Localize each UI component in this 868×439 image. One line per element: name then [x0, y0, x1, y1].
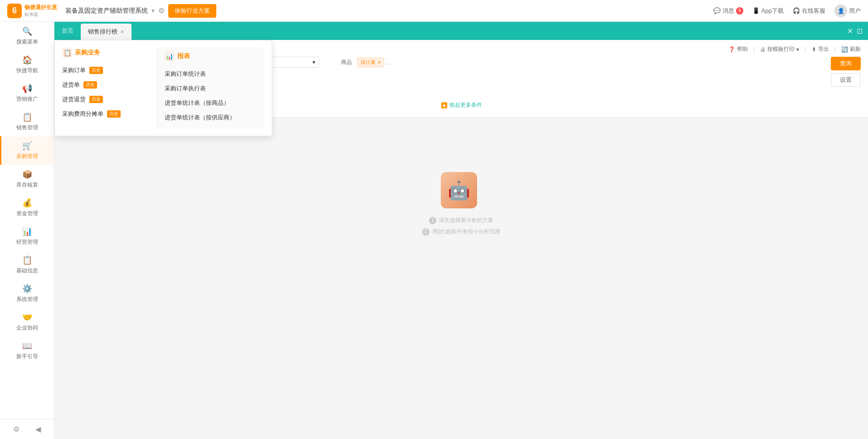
dropdown-col-reports-header: 📊 报表: [165, 51, 259, 61]
export-icon: ⬆: [812, 46, 816, 53]
export-btn[interactable]: ⬆ 导出: [812, 45, 829, 53]
handshake-icon: 🤝: [22, 312, 32, 322]
sidebar-item-purchase-mgmt[interactable]: 🛒 采购管理: [0, 136, 54, 165]
dropdown-arrow-icon[interactable]: ▾: [151, 7, 155, 14]
tab-close-window-icon[interactable]: ✕: [847, 27, 853, 35]
dropdown-col-reports: 📊 报表 采购订单统计表 采购订单执行表 进货单统计表（按商品） 进货单统计表（…: [157, 48, 265, 128]
help-icon: ❓: [728, 46, 735, 53]
empty-robot-icon: 🤖: [441, 172, 477, 208]
notification-badge: 9: [736, 7, 743, 15]
print-icon: 🖨: [760, 46, 766, 53]
query-button[interactable]: 查询: [831, 57, 861, 70]
money-icon: 💰: [22, 198, 32, 208]
dropdown-col-purchase: 📋 采购业务 采购订单 历史 进货单 历史 进货退货 历史 采购费用分摊单 历史: [62, 48, 157, 128]
dropdown-item-purchase-expense[interactable]: 采购费用分摊单 历史: [62, 107, 157, 121]
sidebar: 🔍 搜索菜单 🏠 快捷导航 📢 营销推广 📋 销售管理 🛒 采购管理 📦 库存核…: [0, 22, 54, 439]
dropdown-menu: 📋 采购业务 采购订单 历史 进货单 历史 进货退货 历史 采购费用分摊单 历史: [54, 40, 272, 136]
sidebar-item-enterprise[interactable]: 🤝 企业协同: [0, 308, 54, 336]
gear-icon: ⚙️: [22, 284, 32, 294]
sidebar-item-quick-nav[interactable]: 🏠 快捷导航: [0, 50, 54, 79]
filter-actions: 查询 设置: [831, 57, 861, 87]
phone-icon: 📱: [752, 7, 760, 14]
history-badge-2: 历史: [89, 96, 103, 103]
history-badge-0: 历史: [89, 67, 103, 74]
dropdown-item-inbound-stats-supplier[interactable]: 进货单统计表（按供应商）: [165, 110, 259, 125]
box-icon: 📦: [22, 169, 32, 179]
megaphone-icon: 📢: [22, 84, 32, 94]
help-btn[interactable]: ❓ 帮助: [728, 45, 748, 53]
book-icon: 📖: [22, 341, 32, 351]
tab-right-buttons: ✕ ⊡: [847, 27, 868, 35]
sidebar-item-sales-mgmt[interactable]: 📋 销售管理: [0, 108, 54, 136]
user-action[interactable]: 👤 用户: [834, 5, 861, 17]
hint-num-2: 2: [422, 228, 429, 236]
home-icon: 🏠: [22, 55, 32, 65]
sidebar-item-finance[interactable]: 💰 资金管理: [0, 193, 54, 222]
sidebar-item-search-menu[interactable]: 🔍 搜索菜单: [0, 22, 54, 50]
empty-hint-2: 2 用[过滤]条件来缩小分析范围: [422, 228, 501, 236]
sidebar-item-operations[interactable]: 📊 经营管理: [0, 222, 54, 251]
tab-home[interactable]: 首页: [54, 22, 81, 40]
search-icon: 🔍: [22, 26, 32, 36]
print-btn[interactable]: 🖨 按模板打印 ▾: [760, 45, 799, 53]
sidebar-bottom: ⚙ ◀: [0, 419, 54, 439]
purchase-header-icon: 📋: [62, 48, 72, 58]
collapse-icon: 🔼: [441, 102, 448, 109]
toolbar-divider-3: |: [834, 46, 836, 53]
goods-label: 商品: [325, 59, 352, 66]
sidebar-item-system-mgmt[interactable]: ⚙️ 系统管理: [0, 279, 54, 308]
sidebar-item-inventory[interactable]: 📦 库存核算: [0, 165, 54, 193]
logo-area: 6 畅捷通好生意 标准版: [7, 4, 62, 18]
notification-action[interactable]: 💬 消息 9: [713, 7, 743, 15]
header-right: 💬 消息 9 📱 App下载 🎧 在线客服 👤 用户: [713, 5, 861, 17]
refresh-btn[interactable]: 🔄 刷新: [841, 45, 861, 53]
toolbar-divider-1: |: [753, 46, 755, 53]
chevron-down-icon: ▾: [312, 59, 315, 65]
hint-num-1: 1: [429, 217, 436, 224]
empty-state: 🤖 1 请先选择要分析的方案 2 用[过滤]条件来缩小分析范围: [54, 172, 868, 236]
history-badge-1: 历史: [83, 81, 97, 89]
sidebar-settings-btn[interactable]: ⚙: [13, 425, 20, 434]
tab-maximize-icon[interactable]: ⊡: [857, 27, 863, 35]
tab-bar: 首页 销售排行榜 ✕ ✕ ⊡: [54, 22, 868, 40]
dropdown-item-purchase-order[interactable]: 采购订单 历史: [62, 63, 157, 78]
dropdown-item-inbound-return[interactable]: 进货退货 历史: [62, 92, 157, 107]
status-select[interactable]: ▾: [265, 57, 319, 68]
dropdown-item-po-execution[interactable]: 采购订单执行表: [165, 81, 259, 96]
dropdown-col-purchase-header: 📋 采购业务: [62, 48, 157, 58]
app-download-action[interactable]: 📱 App下载: [752, 7, 784, 15]
sidebar-item-guide[interactable]: 📖 新手引导: [0, 336, 54, 365]
cart-icon: 🛒: [22, 141, 32, 151]
tab-sales-rank[interactable]: 销售排行榜 ✕: [81, 24, 132, 40]
settings-icon[interactable]: ⚙: [158, 6, 165, 15]
sidebar-item-marketing[interactable]: 📢 营销推广: [0, 79, 54, 108]
logo-icon: 6: [7, 4, 22, 18]
print-dropdown-icon: ▾: [796, 46, 799, 53]
message-icon: 💬: [713, 7, 721, 14]
history-badge-3: 历史: [107, 110, 121, 118]
system-title: 装备及固定资产辅助管理系统: [65, 7, 148, 15]
avatar: 👤: [834, 5, 847, 17]
experience-button[interactable]: 体验行业方案: [168, 4, 216, 18]
sidebar-collapse-btn[interactable]: ◀: [35, 425, 41, 434]
dropdown-item-inbound-stats-goods[interactable]: 进货单统计表（按商品）: [165, 96, 259, 110]
dropdown-item-inbound[interactable]: 进货单 历史: [62, 78, 157, 92]
online-service-action[interactable]: 🎧 在线客服: [793, 7, 825, 15]
filter-settings-button[interactable]: 设置: [831, 73, 861, 87]
dropdown-item-po-stats[interactable]: 采购订单统计表: [165, 67, 259, 81]
goods-filter: 设计素 ✕ ...: [357, 58, 391, 67]
toolbar-divider-2: |: [805, 46, 806, 53]
top-header: 6 畅捷通好生意 标准版 装备及固定资产辅助管理系统 ▾ ⚙ 体验行业方案 💬 …: [0, 0, 868, 22]
goods-more-dots[interactable]: ...: [386, 59, 391, 66]
tab-close-icon[interactable]: ✕: [120, 29, 124, 35]
reports-header-icon: 📊: [165, 51, 175, 61]
list-icon: 📋: [22, 255, 32, 265]
chart-icon: 📊: [22, 227, 32, 237]
goods-tag: 设计素 ✕: [357, 58, 384, 67]
goods-tag-close[interactable]: ✕: [377, 60, 381, 65]
dropdown-columns: 📋 采购业务 采购订单 历史 进货单 历史 进货退货 历史 采购费用分摊单 历史: [62, 48, 264, 128]
refresh-icon: 🔄: [841, 46, 848, 53]
sidebar-item-basic-info[interactable]: 📋 基础信息: [0, 251, 54, 279]
empty-hint-1: 1 请先选择要分析的方案: [429, 217, 493, 224]
headset-icon: 🎧: [793, 7, 800, 14]
